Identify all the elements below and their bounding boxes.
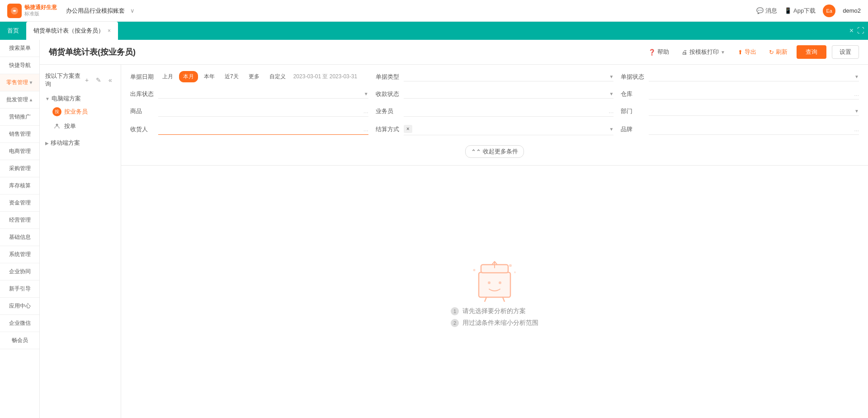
recv-status-select[interactable]: ▼	[404, 90, 614, 99]
sidebar-item-purchase[interactable]: 采购管理	[0, 160, 39, 177]
filter-item-warehouse: 仓库 ...	[621, 89, 859, 100]
date-curr-month-btn[interactable]: 本月	[179, 71, 198, 82]
svg-line-10	[503, 297, 505, 302]
staff-input[interactable]	[404, 108, 607, 114]
sidebar-item-retail[interactable]: 零售管理 ▼	[0, 74, 39, 91]
date-prev-month-btn[interactable]: 上月	[158, 71, 177, 82]
nav-arrow-icon[interactable]: ∨	[130, 7, 135, 14]
svg-point-1	[56, 124, 58, 126]
doc-type-arrow-icon: ▼	[609, 74, 613, 79]
out-status-select[interactable]: ▼	[158, 90, 368, 99]
consignee-dots-icon[interactable]: ...	[363, 126, 368, 133]
empty-step-1: 1 请先选择要分析的方案	[451, 307, 526, 315]
scheme-header-label: 按以下方案查询	[45, 72, 82, 88]
content-area: 销货单统计表(按业务员) ❓ 帮助 🖨 按模板打印 ▼ ⬆ 导出 ↻ 刷新	[40, 40, 868, 418]
avatar-initials: Ea	[826, 8, 832, 14]
sidebar-item-app-center[interactable]: 应用中心	[0, 298, 39, 315]
tab-maximize-action[interactable]: ⛶	[857, 27, 864, 35]
chevron-down-icon: ▼	[29, 80, 33, 85]
sidebar-item-sales[interactable]: 销售管理	[0, 126, 39, 143]
sidebar-item-basic-info[interactable]: 基础信息	[0, 229, 39, 246]
scheme-header: 按以下方案查询 + ✎ «	[40, 69, 121, 91]
collapse-btn[interactable]: ⌃⌃ 收起更多条件	[465, 145, 524, 158]
print-label: 按模板打印	[689, 48, 719, 56]
scheme-active-icon: 按	[52, 107, 61, 116]
sidebar-item-marketing[interactable]: 营销推广	[0, 109, 39, 126]
message-label: 消息	[765, 7, 777, 15]
page-title: 销货单统计表(按业务员)	[49, 47, 136, 63]
consignee-input[interactable]	[158, 126, 362, 133]
scheme-edit-btn[interactable]: ✎	[94, 75, 104, 85]
sidebar-item-ecommerce[interactable]: 电商管理	[0, 143, 39, 160]
doc-type-select[interactable]: ▼	[404, 72, 614, 81]
warehouse-dots-icon[interactable]: ...	[854, 90, 859, 97]
sidebar-item-enterprise[interactable]: 企业协同	[0, 263, 39, 280]
sidebar-item-finance[interactable]: 资金管理	[0, 195, 39, 212]
sidebar-item-newbie[interactable]: 新手引导	[0, 280, 39, 298]
message-btn[interactable]: 💬 消息	[756, 7, 777, 15]
scheme-item-by-order[interactable]: 按单	[40, 119, 121, 133]
sidebar-search[interactable]: 搜索菜单	[0, 40, 39, 57]
filter-row-1: 单据日期 上月 本月 本年 近7天 更多 自定义 2023-03-01 至 20…	[130, 71, 859, 82]
dept-select[interactable]: ▼	[649, 107, 859, 116]
page-header: 销货单统计表(按业务员) ❓ 帮助 🖨 按模板打印 ▼ ⬆ 导出 ↻ 刷新	[40, 40, 868, 65]
export-btn[interactable]: ⬆ 导出	[734, 46, 760, 58]
sidebar-item-inventory[interactable]: 库存核算	[0, 177, 39, 195]
scheme-add-btn[interactable]: +	[82, 75, 92, 85]
avatar[interactable]: Ea	[823, 5, 835, 17]
sidebar-item-wholesale[interactable]: 批发管理 ▲	[0, 91, 39, 109]
scheme-order-label: 按单	[64, 122, 76, 130]
empty-num-2: 2	[451, 319, 459, 327]
filter-item-brand: 品牌 ...	[621, 124, 859, 135]
scheme-desktop-section: ▼ 电脑端方案 按 按业务员 按单	[40, 91, 121, 135]
scheme-collapse-btn[interactable]: «	[105, 75, 115, 85]
refresh-icon: ↻	[769, 49, 774, 56]
top-nav-right: 💬 消息 📱 App下载 Ea demo2	[756, 5, 861, 17]
tab-close-action[interactable]: ×	[849, 27, 854, 35]
date-year-btn[interactable]: 本年	[200, 71, 219, 82]
brand-input[interactable]	[649, 126, 852, 133]
filter-form-area: 单据日期 上月 本月 本年 近7天 更多 自定义 2023-03-01 至 20…	[121, 65, 868, 166]
query-button[interactable]: 查询	[797, 45, 826, 59]
goods-dots-icon[interactable]: ...	[363, 108, 368, 114]
warehouse-input[interactable]	[649, 90, 852, 97]
date-more-btn[interactable]: 更多	[245, 71, 264, 82]
user-name: demo2	[843, 7, 861, 14]
tab-home[interactable]: 首页	[0, 22, 26, 40]
brand-dots-icon[interactable]: ...	[854, 126, 859, 133]
sidebar-quick-nav[interactable]: 快捷导航	[0, 57, 39, 74]
right-content: 单据日期 上月 本月 本年 近7天 更多 自定义 2023-03-01 至 20…	[121, 65, 868, 418]
sidebar-item-system[interactable]: 系统管理	[0, 246, 39, 263]
doc-status-select[interactable]: ▼	[649, 72, 859, 81]
sidebar-item-wechat[interactable]: 企业微信	[0, 315, 39, 332]
scheme-item-by-staff[interactable]: 按 按业务员	[40, 104, 121, 119]
sidebar-retail-label: 零售管理	[6, 79, 28, 86]
tab-active[interactable]: 销货单统计表（按业务员） ×	[26, 22, 118, 40]
sidebar-item-operations[interactable]: 经营管理	[0, 212, 39, 229]
settlement-tag-close[interactable]: ×	[406, 126, 410, 132]
print-arrow-icon[interactable]: ▼	[721, 50, 725, 55]
settlement-select[interactable]: × ▼	[404, 123, 614, 135]
settlement-arrow-icon: ▼	[609, 127, 613, 132]
scheme-mobile-header[interactable]: ▶ 移动端方案	[40, 137, 121, 149]
help-btn[interactable]: ❓ 帮助	[645, 46, 673, 58]
recv-status-arrow-icon: ▼	[609, 91, 613, 96]
staff-dots-icon[interactable]: ...	[609, 108, 614, 114]
dept-label: 部门	[621, 107, 645, 115]
empty-state: 1 请先选择要分析的方案 2 用过滤条件来缩小分析范围	[121, 166, 868, 418]
sidebar-wholesale-label: 批发管理	[6, 96, 28, 104]
date-custom-btn[interactable]: 自定义	[265, 71, 290, 82]
print-btn[interactable]: 🖨 按模板打印 ▼	[678, 46, 729, 58]
goods-input[interactable]	[158, 108, 362, 114]
app-download-btn[interactable]: 📱 App下载	[784, 7, 816, 15]
tab-close-icon[interactable]: ×	[108, 28, 111, 34]
date-filter-group: 上月 本月 本年 近7天 更多 自定义 2023-03-01 至 2023-03…	[158, 71, 368, 82]
date-week-btn[interactable]: 近7天	[221, 71, 243, 82]
refresh-btn[interactable]: ↻ 刷新	[765, 46, 791, 58]
scheme-desktop-header[interactable]: ▼ 电脑端方案	[40, 93, 121, 104]
empty-svg	[467, 256, 522, 302]
staff-label: 业务员	[376, 107, 400, 115]
settings-button[interactable]: 设置	[832, 45, 859, 59]
collapse-up-icon: ⌃⌃	[471, 148, 481, 155]
sidebar-item-member[interactable]: 畅会员	[0, 332, 39, 349]
